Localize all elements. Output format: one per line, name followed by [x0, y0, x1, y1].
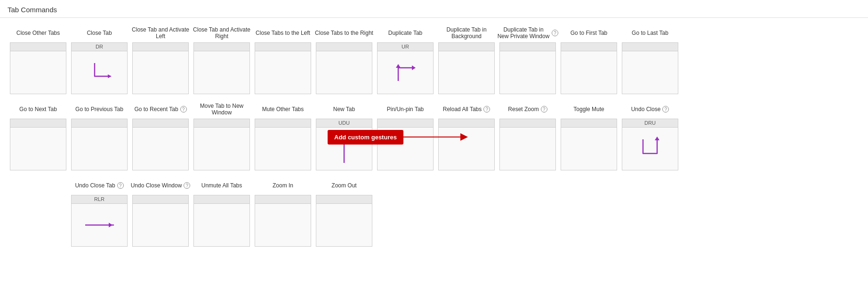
cmd-reload-all-tabs: Reload All Tabs ?: [436, 102, 497, 170]
cmd-box[interactable]: [10, 42, 66, 94]
cmd-undo-close-window: Undo Close Window ?: [130, 178, 191, 247]
shortcut-badge: UDU: [316, 119, 372, 128]
shortcut-badge: UR: [378, 43, 433, 51]
shortcut-badge: [316, 43, 372, 51]
cmd-box[interactable]: DR: [71, 42, 128, 94]
commands-section: Close Other Tabs Close Tab DR: [0, 18, 868, 258]
help-icon[interactable]: ?: [483, 106, 490, 113]
shortcut-badge: RLR: [72, 195, 127, 204]
shortcut-badge: [255, 43, 311, 51]
cmd-duplicate-tab: Duplicate Tab UR: [375, 25, 436, 94]
cmd-box[interactable]: UDU: [316, 119, 372, 170]
cmd-box[interactable]: [499, 119, 556, 170]
gesture-area: [500, 128, 555, 170]
svg-marker-9: [109, 223, 113, 227]
cmd-box[interactable]: RLR: [71, 195, 128, 247]
cmd-label: Undo Close Tab ?: [75, 178, 123, 193]
help-icon[interactable]: ?: [117, 182, 124, 189]
cmd-box[interactable]: UR: [377, 42, 434, 94]
cmd-label: Close Tab: [87, 25, 112, 40]
cmd-box[interactable]: [71, 119, 128, 170]
cmd-box[interactable]: [132, 42, 189, 94]
cmd-label: Mute Other Tabs: [262, 102, 304, 117]
cmd-label: Close Tabs to the Right: [315, 25, 373, 40]
cmd-label: Undo Close ?: [631, 102, 669, 117]
cmd-label: Go to Next Tab: [19, 102, 57, 117]
svg-marker-2: [396, 64, 401, 68]
cmd-box[interactable]: [499, 42, 556, 94]
gesture-area: [72, 204, 127, 246]
gesture-area: [316, 51, 372, 94]
cmd-zoom-in: Zoom In: [252, 178, 313, 247]
gesture-area: [378, 128, 433, 170]
cmd-zoom-out: Zoom Out: [313, 178, 375, 247]
shortcut-badge: [194, 119, 249, 128]
gesture-area: [133, 128, 188, 170]
gesture-area: [316, 204, 372, 246]
cmd-box[interactable]: DRU: [622, 119, 678, 170]
cmd-label: Close Tabs to the Left: [256, 25, 310, 40]
cmd-box[interactable]: [561, 119, 617, 170]
cmd-close-tab: Close Tab DR: [69, 25, 130, 94]
cmd-box[interactable]: [132, 195, 189, 247]
help-icon[interactable]: ?: [180, 106, 187, 113]
gesture-area: [10, 128, 66, 170]
gesture-area: [194, 128, 249, 170]
cmd-box[interactable]: [255, 195, 311, 247]
cmd-box[interactable]: [316, 195, 372, 247]
cmd-box[interactable]: [255, 42, 311, 94]
shortcut-badge: [133, 43, 188, 51]
cmd-label: Go to First Tab: [571, 25, 607, 40]
shortcut-badge: [194, 195, 249, 204]
gesture-area: [72, 51, 127, 94]
shortcut-badge: [10, 119, 66, 128]
cmd-go-prev-tab: Go to Previous Tab: [69, 102, 130, 170]
row3-grid: Undo Close Tab ? RLR Undo Close Window: [8, 178, 860, 254]
cmd-move-tab-new-window: Move Tab to New Window: [191, 102, 252, 170]
gesture-svg: [391, 58, 419, 87]
cmd-mute-other-tabs: Mute Other Tabs: [252, 102, 313, 170]
cmd-label: Toggle Mute: [573, 102, 604, 117]
cmd-box[interactable]: [132, 119, 189, 170]
cmd-box[interactable]: [622, 42, 678, 94]
cmd-box[interactable]: [193, 119, 250, 170]
cmd-box[interactable]: [561, 42, 617, 94]
help-icon[interactable]: ?: [541, 106, 547, 113]
gesture-area: [622, 51, 678, 94]
shortcut-badge: [500, 119, 555, 128]
cmd-label: Zoom In: [273, 178, 293, 193]
cmd-box[interactable]: [193, 195, 250, 247]
cmd-box[interactable]: [438, 119, 495, 170]
cmd-label: Reload All Tabs ?: [443, 102, 490, 117]
shortcut-badge: [561, 119, 617, 128]
gesture-svg: [636, 135, 664, 163]
cmd-box[interactable]: [10, 119, 66, 170]
cmd-undo-close: Undo Close ? DRU: [619, 102, 681, 170]
cmd-box[interactable]: [193, 42, 250, 94]
shortcut-badge: [133, 119, 188, 128]
cmd-reset-zoom: Reset Zoom ?: [497, 102, 558, 170]
cmd-box[interactable]: [316, 42, 372, 94]
cmd-box[interactable]: [377, 119, 434, 170]
help-icon[interactable]: ?: [552, 30, 558, 36]
cmd-box[interactable]: [255, 119, 311, 170]
cmd-go-first-tab: Go to First Tab: [558, 25, 619, 94]
cmd-label: Duplicate Tab in Background: [436, 25, 497, 40]
shortcut-badge: [561, 43, 617, 51]
shortcut-badge: DR: [72, 43, 127, 51]
gesture-area: [561, 128, 617, 170]
gesture-area: [622, 128, 678, 170]
shortcut-badge: [439, 119, 494, 128]
shortcut-badge: [255, 195, 311, 204]
shortcut-badge: [133, 195, 188, 204]
gesture-svg: [83, 216, 116, 234]
cmd-close-tab-activate-right: Close Tab and Activate Right: [191, 25, 252, 94]
help-icon[interactable]: ?: [662, 106, 669, 113]
cmd-label: Move Tab to New Window: [191, 102, 252, 117]
svg-marker-10: [83, 223, 85, 227]
gesture-area: [72, 128, 127, 170]
cmd-label: Duplicate Tab: [388, 25, 423, 40]
cmd-go-recent-tab: Go to Recent Tab ?: [130, 102, 191, 170]
help-icon[interactable]: ?: [184, 182, 190, 189]
cmd-box[interactable]: [438, 42, 495, 94]
